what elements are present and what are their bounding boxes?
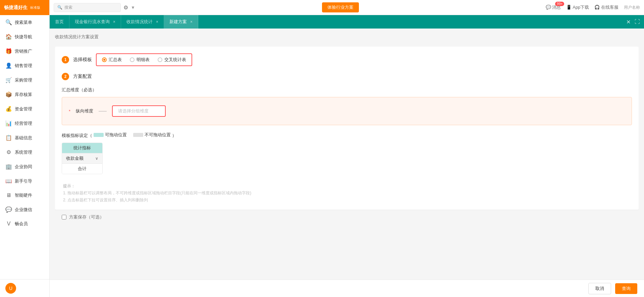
tab-receipt[interactable]: 收款情况统计 × [121,15,164,29]
tab-new-plan-label: 新建方案 [169,19,187,25]
content-area: 收款情况统计方案设置 1 选择模板 汇总表 明细表 [50,29,644,297]
chevron-down-icon[interactable]: ▼ [131,5,135,10]
search-placeholder: 搜索 [64,5,72,10]
tips-title: 提示： [63,184,75,188]
section-card: 1 选择模板 汇总表 明细表 交叉统计表 [55,47,639,210]
tab-new-plan[interactable]: 新建方案 × [164,15,198,29]
sidebar-item-wechat[interactable]: 💬 企业微信 [0,202,49,217]
tips-container: 提示： 1. 拖动标题栏可以调整布局，不可跨维度或指标区域拖动栏目字段(只能在同… [63,183,631,203]
service-link[interactable]: 🎧 在线客服 [594,4,619,10]
download-link[interactable]: 📱 App下载 [566,4,589,10]
col-header-label: 收款金额 [66,155,84,161]
sidebar-item-label: 基础信息 [15,135,32,141]
settings-icon[interactable]: ⚙ [123,4,128,11]
arrow-icon: —— [99,109,107,113]
sidebar-item-finance[interactable]: 💰 资金管理 [0,102,49,116]
config-section: 汇总维度（必选） * 纵向维度 —— 请选择分组维度 模板 [62,87,632,203]
sidebar-item-label: 新手引导 [15,178,32,184]
tabbar: 首页 现金银行流水查询 × 收款情况统计 × 新建方案 × ✕ ⛶ [50,15,644,29]
home-icon: 🏠 [5,34,12,40]
main-area: 🔍 搜索 ⚙ ▼ 体验行业方案 💬 消息 99+ 📱 App下载 🎧 在线客服 … [50,0,644,297]
close-all-icon[interactable]: ✕ [626,19,631,25]
sidebar-item-nav[interactable]: 🏠 快捷导航 [0,30,49,44]
tab-bank-close[interactable]: × [113,19,115,24]
sidebar-item-guide[interactable]: 📖 新手引导 [0,174,49,188]
required-mark: * [69,109,70,114]
radio-summary-label: 汇总表 [109,57,122,63]
sidebar-item-marketing[interactable]: 🎁 营销推广 [0,44,49,58]
service-label: 在线客服 [601,5,619,10]
tab-home[interactable]: 首页 [50,15,69,29]
step1-number: 1 [62,56,69,63]
download-icon: 📱 [566,5,572,10]
stats-col-header[interactable]: 收款金额 ∨ [62,153,102,163]
step2-number: 2 [62,73,69,80]
trial-button[interactable]: 体验行业方案 [322,2,359,12]
tips-item-1: 1. 拖动标题栏可以调整布局，不可跨维度或指标区域拖动栏目字段(只能在同一维度或… [63,190,631,196]
metrics-title: 模板指标设定（ 可拖动位置 [62,132,176,139]
sidebar-item-label: 搜索菜单 [15,19,32,26]
gift-icon: 🎁 [5,48,12,54]
sidebar-item-label: 营销推广 [15,48,32,54]
metrics-label-row: 模板指标设定（ 可拖动位置 [62,132,632,139]
radio-summary[interactable]: 汇总表 [102,57,122,63]
tab-receipt-label: 收款情况统计 [126,19,153,25]
radio-cross-label: 交叉统计表 [164,57,186,63]
logo-text: 畅捷通好生 [4,5,28,11]
search-box[interactable]: 🔍 搜索 [54,3,121,12]
sidebar-item-label: 系统管理 [15,149,32,155]
radio-cross[interactable]: 交叉统计表 [158,57,186,63]
sidebar-item-search[interactable]: 🔍 搜索菜单 [0,15,49,30]
search-icon: 🔍 [5,19,12,26]
sidebar-item-label: 快捷导航 [15,34,32,40]
sidebar-item-operation[interactable]: 📊 经营管理 [0,116,49,131]
sidebar-item-member[interactable]: V 畅会员 [0,217,49,231]
stats-group-header: 统计指标 [62,143,102,153]
sidebar-item-hardware[interactable]: 🖥 智能硬件 [0,188,49,202]
sidebar-item-basic[interactable]: 📋 基础信息 [0,131,49,145]
dimension-select[interactable]: 请选择分组维度 [112,105,166,117]
sidebar-item-inventory[interactable]: 📦 库存核算 [0,87,49,102]
radio-detail-label: 明细表 [137,57,150,63]
sidebar-item-sales[interactable]: 👤 销售管理 [0,58,49,73]
template-options: 汇总表 明细表 交叉统计表 [96,53,192,66]
tab-bank[interactable]: 现金银行流水查询 × [69,15,121,29]
badge-count: 99+ [555,2,564,6]
sidebar-item-corp[interactable]: 🏢 企业协同 [0,159,49,174]
save-label: 方案保存（可选） [69,214,104,220]
tab-new-plan-close[interactable]: × [190,19,193,24]
non-draggable-legend-color [133,133,143,137]
tab-receipt-close[interactable]: × [156,19,158,24]
topnav-left: 🔍 搜索 ⚙ ▼ [54,3,135,12]
step1-label: 选择模板 [73,57,92,63]
sidebar: 畅捷通好生 标准版 🔍 搜索菜单 🏠 快捷导航 🎁 营销推广 👤 销售管理 🛒 … [0,0,50,297]
message-badge[interactable]: 💬 消息 99+ [546,4,561,10]
building-icon: 🏢 [5,163,12,170]
sidebar-item-label: 畅会员 [15,221,28,227]
sidebar-item-label: 采购管理 [15,77,32,83]
sidebar-item-label: 资金管理 [15,106,32,112]
search-icon: 🔍 [57,5,62,10]
sidebar-item-purchase[interactable]: 🛒 采购管理 [0,73,49,87]
vertical-label: 纵向维度 [76,108,93,114]
cancel-button[interactable]: 取消 [588,283,611,294]
col-header-arrow: ∨ [95,156,98,161]
sidebar-logo: 畅捷通好生 标准版 [0,0,49,15]
sidebar-item-label: 经营管理 [15,120,32,127]
user-avatar: U [5,283,16,294]
sidebar-item-system[interactable]: ⚙ 系统管理 [0,145,49,159]
query-button[interactable]: 查询 [615,283,637,294]
page-footer: 方案保存（可选） [55,210,639,224]
step1-row: 1 选择模板 汇总表 明细表 交叉统计表 [62,53,632,66]
download-label: App下载 [573,5,589,10]
service-icon: 🎧 [594,5,600,10]
user-icon: 👤 [5,62,12,69]
sidebar-bottom: U [0,279,49,297]
maximize-icon[interactable]: ⛶ [635,19,640,25]
save-checkbox[interactable] [62,215,66,219]
breadcrumb: 收款情况统计方案设置 [55,34,639,43]
sidebar-item-label: 库存核算 [15,92,32,98]
clipboard-icon: 📋 [5,135,12,141]
radio-detail[interactable]: 明细表 [130,57,150,63]
user-info[interactable]: 用户名称 [624,5,640,10]
